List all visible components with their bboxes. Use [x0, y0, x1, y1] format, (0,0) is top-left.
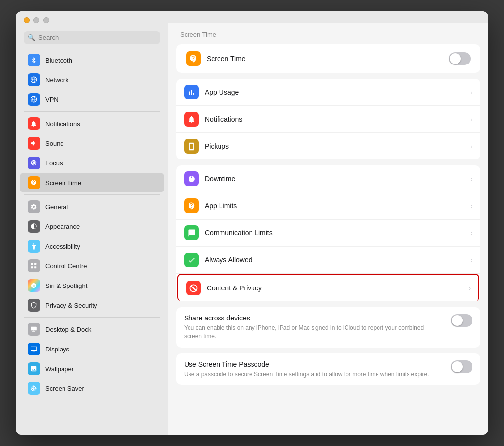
bluetooth-label: Bluetooth [45, 57, 72, 64]
sidebar-item-screen-time[interactable]: Screen Time [20, 173, 164, 192]
sidebar-item-sound[interactable]: Sound [20, 133, 164, 153]
svg-rect-4 [32, 263, 33, 265]
search-icon: 🔍 [28, 34, 35, 41]
sidebar-item-network[interactable]: Network [20, 70, 164, 90]
always-allowed-icon [184, 253, 199, 267]
app-limits-label: App Limits [205, 202, 467, 210]
bluetooth-icon [28, 54, 40, 66]
appearance-icon [28, 220, 40, 233]
sidebar-item-screen-saver[interactable]: Screen Saver [20, 379, 164, 398]
sidebar-item-vpn[interactable]: VPN [20, 90, 164, 109]
app-usage-icon [184, 85, 199, 99]
svg-rect-7 [34, 266, 36, 268]
svg-rect-5 [34, 263, 36, 265]
title-bar [16, 11, 488, 23]
settings-window: 🔍 Bluetooth Network [16, 11, 488, 435]
general-icon [28, 200, 40, 213]
sound-icon [28, 137, 40, 150]
downtime-chevron: › [471, 175, 472, 183]
screen-time-sidebar-icon [28, 176, 40, 189]
sidebar: 🔍 Bluetooth Network [16, 23, 168, 435]
close-button[interactable] [24, 17, 30, 23]
vpn-icon [28, 93, 40, 106]
wallpaper-icon [28, 362, 40, 375]
minimize-button[interactable] [33, 17, 39, 23]
focus-label: Focus [45, 159, 63, 167]
screen-saver-icon [28, 382, 40, 395]
always-allowed-chevron: › [471, 256, 472, 264]
toggle-knob [450, 53, 461, 64]
downtime-label: Downtime [205, 175, 467, 183]
sidebar-item-control-centre[interactable]: Control Centre [20, 256, 164, 276]
share-across-toggle[interactable] [451, 314, 472, 327]
maximize-button[interactable] [43, 17, 49, 23]
screen-time-toggle-row: Screen Time [176, 44, 480, 73]
app-usage-label: App Usage [205, 88, 467, 96]
sound-label: Sound [45, 140, 64, 147]
sidebar-item-desktop-dock[interactable]: Desktop & Dock [20, 319, 164, 339]
notifications-main-row[interactable]: Notifications › [176, 106, 480, 133]
privacy-security-label: Privacy & Security [45, 302, 97, 309]
sidebar-item-focus[interactable]: Focus [20, 153, 164, 173]
share-across-title: Share across devices [184, 314, 443, 322]
passcode-section: Use Screen Time Passcode Use a passcode … [176, 353, 480, 385]
siri-spotlight-label: Siri & Spotlight [45, 282, 87, 289]
screen-time-toggle[interactable] [449, 52, 471, 65]
share-across-desc: You can enable this on any iPhone, iPad … [184, 324, 443, 341]
downtime-icon [184, 171, 199, 186]
sidebar-item-accessibility[interactable]: Accessibility [20, 236, 164, 256]
wallpaper-label: Wallpaper [45, 365, 74, 373]
passcode-title: Use Screen Time Passcode [184, 360, 443, 368]
passcode-header: Use Screen Time Passcode Use a passcode … [184, 360, 472, 379]
always-allowed-label: Always Allowed [205, 256, 467, 264]
communication-limits-label: Communication Limits [205, 229, 467, 237]
content-privacy-row[interactable]: Content & Privacy › [177, 274, 479, 301]
sidebar-item-siri-spotlight[interactable]: Siri & Spotlight [20, 276, 164, 295]
share-across-knob [452, 315, 463, 326]
pickups-icon [184, 139, 199, 154]
focus-icon [28, 157, 40, 169]
appearance-label: Appearance [45, 223, 80, 230]
sidebar-item-general[interactable]: General [20, 197, 164, 217]
communication-limits-chevron: › [471, 229, 472, 237]
passcode-knob [452, 361, 463, 372]
accessibility-icon [28, 240, 40, 253]
content-privacy-label: Content & Privacy [207, 284, 465, 292]
always-allowed-row[interactable]: Always Allowed › [176, 247, 480, 274]
search-input[interactable] [38, 34, 155, 41]
notifications-main-label: Notifications [205, 115, 467, 123]
control-centre-icon [28, 259, 40, 272]
svg-rect-8 [31, 327, 37, 331]
sidebar-item-bluetooth[interactable]: Bluetooth [20, 50, 164, 70]
desktop-dock-label: Desktop & Dock [45, 326, 91, 333]
privacy-security-icon [28, 299, 40, 312]
vpn-label: VPN [45, 96, 59, 103]
search-container: 🔍 [16, 27, 168, 50]
desktop-dock-icon [28, 323, 40, 336]
content-privacy-chevron: › [469, 285, 471, 292]
app-limits-icon [184, 198, 199, 213]
search-box[interactable]: 🔍 [24, 31, 160, 44]
displays-label: Displays [45, 346, 69, 353]
screen-time-sidebar-label: Screen Time [45, 179, 81, 187]
sidebar-item-notifications[interactable]: Notifications [20, 114, 164, 133]
pickups-chevron: › [471, 143, 472, 150]
downtime-row[interactable]: Downtime › [176, 165, 480, 192]
share-across-section: Share across devices You can enable this… [176, 307, 480, 348]
section-card-group2: Downtime › App Limits › Communication Li… [176, 165, 480, 301]
sidebar-item-displays[interactable]: Displays [20, 339, 164, 359]
pickups-row[interactable]: Pickups › [176, 133, 480, 159]
app-usage-chevron: › [471, 89, 472, 96]
displays-icon [28, 343, 40, 355]
passcode-toggle[interactable] [451, 360, 472, 373]
app-limits-row[interactable]: App Limits › [176, 192, 480, 220]
sidebar-item-privacy-security[interactable]: Privacy & Security [20, 295, 164, 315]
accessibility-label: Accessibility [45, 243, 80, 250]
sidebar-item-appearance[interactable]: Appearance [20, 217, 164, 236]
content-area: 🔍 Bluetooth Network [16, 23, 488, 435]
communication-limits-row[interactable]: Communication Limits › [176, 220, 480, 247]
screen-saver-label: Screen Saver [45, 385, 84, 392]
sidebar-item-wallpaper[interactable]: Wallpaper [20, 359, 164, 379]
app-usage-row[interactable]: App Usage › [176, 79, 480, 106]
general-label: General [45, 203, 68, 211]
